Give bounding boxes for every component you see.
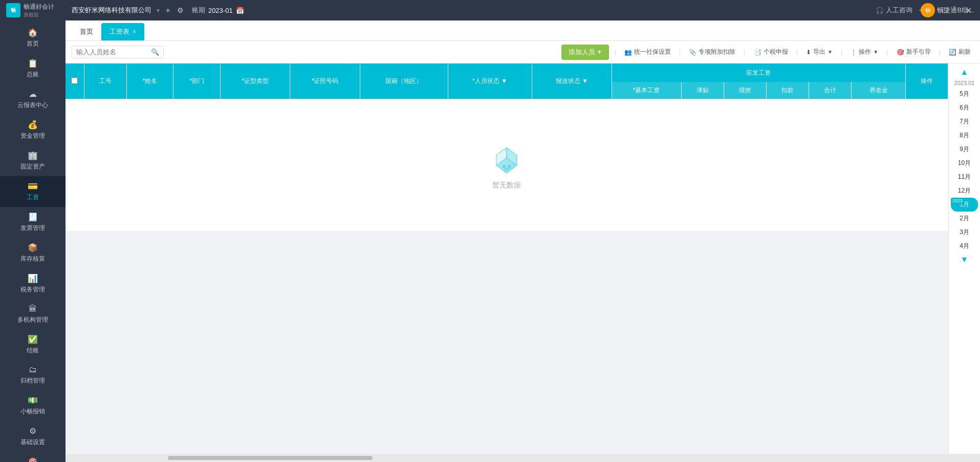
inventory-icon: 📦 [28,243,38,253]
export-button[interactable]: ⬇ 导出 ▼ [803,46,836,58]
svg-point-4 [508,165,511,168]
sidebar-item-cloud-report[interactable]: ☁ 云报表中心 [0,84,66,115]
tax-report-button[interactable]: 📑 个税申报 [751,46,791,58]
month-10[interactable]: 10月 [949,156,980,170]
tab-bar: 首页 工资表 × [66,20,980,41]
sidebar-item-fund[interactable]: 💰 资金管理 [0,115,66,145]
month-nav-up[interactable]: ▲ [959,66,971,79]
settings-icon[interactable]: ⚙ [175,6,186,14]
table-container: 工号 *姓名 *部门 *证型类型 *证照号码 国籍（地区） *人员状态 ▼ 报送… [66,64,948,454]
month-12[interactable]: 12月 [949,184,980,198]
window-controls: − □ ✕ [909,0,980,20]
scrollbar-thumb[interactable] [168,456,373,460]
refresh-icon: 🔄 [949,49,956,56]
add-person-button[interactable]: 添加人员 ▼ [561,45,609,60]
sidebar-item-assets[interactable]: 🏢 固定资产 [0,145,66,176]
operations-icon: ⋮ [851,49,857,56]
month-8[interactable]: 8月 [949,129,980,142]
sidebar-item-expense[interactable]: 💵 小畅报销 [0,390,66,421]
calendar-icon[interactable]: 📅 [236,7,244,14]
sidebar-item-tax[interactable]: 📊 税务管理 [0,268,66,299]
refresh-button[interactable]: 🔄 刷新 [946,46,974,58]
guide-button[interactable]: 🎯 新手引导 [894,46,934,58]
content-area: 首页 工资表 × 🔍 添加人员 ▼ | 👥 统一社保设置 | [66,20,980,462]
tab-salary[interactable]: 工资表 × [101,23,144,40]
month-7[interactable]: 7月 [949,115,980,129]
svg-point-3 [503,165,506,168]
search-input[interactable] [76,48,148,56]
sidebar-item-home[interactable]: 🏠 首页 [0,23,66,53]
minimize-button[interactable]: − [909,0,933,20]
multi-org-icon: 🏛 [29,304,37,313]
sidebar-label-fund: 资金管理 [20,132,45,140]
th-performance: 绩效 [724,82,766,99]
invoice-icon: 🧾 [28,212,38,222]
guide-icon: 🎯 [28,457,38,462]
service-button[interactable]: 🎧 人工咨询 [876,6,912,15]
main-layout: 🏠 首页 📋 总账 ☁ 云报表中心 💰 资金管理 🏢 固定资产 💳 工资 🧾 发… [0,20,980,462]
month-6[interactable]: 6月 [949,101,980,115]
month-4[interactable]: 4月 [949,239,980,253]
th-report-status: 报送状态 ▼ [532,64,612,99]
close-window-button[interactable]: ✕ [956,0,980,20]
tax-icon: 📑 [754,49,761,56]
tab-close-icon[interactable]: × [133,28,136,35]
special-deduction-button[interactable]: 📎 专项附加扣除 [686,46,738,58]
period-value: 2023-01 [208,7,233,14]
month-3[interactable]: 3月 [949,225,980,239]
tab-home-label: 首页 [80,28,93,35]
sidebar-item-multi-org[interactable]: 🏛 多机构管理 [0,299,66,329]
export-icon: ⬇ [806,49,811,56]
chevron-down-icon[interactable]: ▼ [156,8,161,13]
tax-icon: 📊 [28,274,38,283]
month-nav-down[interactable]: ▼ [959,253,971,266]
sidebar-label-cloud-report: 云报表中心 [17,101,48,110]
tab-home[interactable]: 首页 [72,23,101,40]
sidebar-item-ledger[interactable]: 📋 总账 [0,53,66,84]
select-all-checkbox[interactable] [71,77,78,84]
sidebar-item-inventory[interactable]: 📦 库存核算 [0,238,66,268]
th-payroll-span: 应发工资 [612,64,905,82]
add-person-label: 添加人员 [569,48,595,57]
horizontal-scrollbar[interactable] [66,454,980,462]
sidebar: 🏠 首页 📋 总账 ☁ 云报表中心 💰 资金管理 🏢 固定资产 💳 工资 🧾 发… [0,20,66,462]
sidebar-item-archive[interactable]: 🗂 归档管理 [0,360,66,390]
add-company-icon[interactable]: ＋ [161,5,175,16]
company-name: 西安虾米网络科技有限公司 [72,6,151,15]
search-box[interactable]: 🔍 [72,46,164,58]
closing-icon: ✅ [28,334,38,344]
headset-icon: 🎧 [876,7,884,14]
logo-text-block: 畅通好会计 旗舰版 [24,3,54,18]
sidebar-item-closing[interactable]: ✅ 结账 [0,329,66,360]
social-security-button[interactable]: 👥 统一社保设置 [621,46,674,58]
current-period-label: 2023.01 [953,79,976,87]
operations-button[interactable]: ⋮ 操作 ▼ [847,46,881,58]
month-9[interactable]: 9月 [949,142,980,156]
toolbar: 🔍 添加人员 ▼ | 👥 统一社保设置 | 📎 专项附加扣除 | 📑 个税申报 [66,41,980,64]
salary-table: 工号 *姓名 *部门 *证型类型 *证照号码 国籍（地区） *人员状态 ▼ 报送… [66,64,948,231]
company-selector[interactable]: 西安虾米网络科技有限公司 ▼ [72,6,161,15]
fund-icon: 💰 [28,120,38,130]
month-11[interactable]: 11月 [949,170,980,184]
logo-main-text: 畅通好会计 [24,3,54,11]
sidebar-label-assets: 固定资产 [20,162,45,171]
expense-icon: 💵 [28,395,38,405]
sidebar-item-settings[interactable]: ⚙ 基础设置 [0,421,66,452]
year-badge: 2023 [951,198,964,204]
sidebar-label-home: 首页 [27,39,39,48]
sidebar-item-salary[interactable]: 💳 工资 [0,176,66,207]
deduction-icon: 📎 [689,49,696,56]
month-5[interactable]: 5月 [949,87,980,101]
th-status: *人员状态 ▼ [448,64,532,99]
search-icon: 🔍 [151,48,159,56]
month-2[interactable]: 2月 [949,212,980,225]
th-total: 合计 [809,82,852,99]
th-checkbox[interactable] [66,64,84,99]
sidebar-label-settings: 基础设置 [20,438,45,447]
right-panel: ▲ 2023.01 5月 6月 7月 8月 9月 10月 11月 12月 202… [948,64,980,454]
sidebar-item-guide[interactable]: 🎯 新手引导 [0,452,66,462]
maximize-button[interactable]: □ [933,0,956,20]
service-label: 人工咨询 [886,6,912,15]
tax-report-label: 个税申报 [764,48,788,56]
sidebar-item-invoice[interactable]: 🧾 发票管理 [0,207,66,238]
